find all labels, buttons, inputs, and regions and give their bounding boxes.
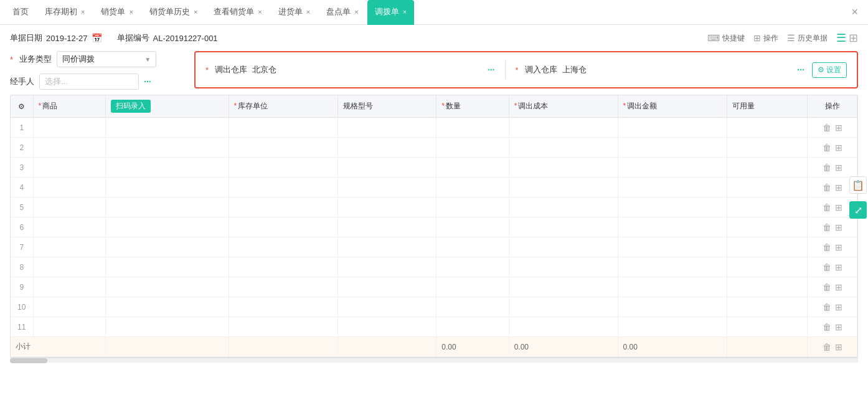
cell-product[interactable] xyxy=(33,257,105,277)
delete-icon[interactable]: 🗑 xyxy=(823,302,831,312)
subtotal-delete-icon[interactable]: 🗑 xyxy=(823,342,831,352)
copy-icon[interactable]: ⊞ xyxy=(835,143,842,153)
cell-cost[interactable] xyxy=(509,217,618,237)
biz-type-select[interactable]: 同价调拨 ▼ xyxy=(57,51,156,67)
warehouse-in-ellipsis[interactable]: ··· xyxy=(797,65,804,75)
tab-sales-history[interactable]: 销货单历史 × xyxy=(142,0,205,25)
close-sales-history[interactable]: × xyxy=(194,8,197,16)
close-transfer[interactable]: × xyxy=(403,8,407,16)
operation-button[interactable]: ⊞ 操作 xyxy=(753,33,778,44)
warehouse-out-ellipsis[interactable]: ··· xyxy=(488,65,495,75)
cell-unit[interactable] xyxy=(229,198,337,217)
cell-amount[interactable] xyxy=(618,138,727,158)
copy-icon[interactable]: ⊞ xyxy=(835,222,842,232)
delete-icon[interactable]: 🗑 xyxy=(823,202,831,212)
bottom-scrollbar[interactable] xyxy=(10,358,858,363)
handler-ellipsis[interactable]: ··· xyxy=(144,77,151,87)
cell-unit[interactable] xyxy=(229,237,337,257)
cell-cost[interactable] xyxy=(509,297,618,317)
cell-cost[interactable] xyxy=(509,237,618,257)
cell-qty[interactable] xyxy=(436,297,509,317)
tab-transfer[interactable]: 调拨单 × xyxy=(367,0,414,25)
shortcut-button[interactable]: ⌨ 快捷键 xyxy=(707,33,745,44)
tab-inventory[interactable]: 盘点单 × xyxy=(319,0,366,25)
copy-icon[interactable]: ⊞ xyxy=(835,282,842,292)
cell-cost[interactable] xyxy=(509,158,618,178)
delete-icon[interactable]: 🗑 xyxy=(823,222,831,232)
delete-icon[interactable]: 🗑 xyxy=(823,322,831,332)
note-sidebar-button[interactable]: 📋 xyxy=(849,176,867,194)
delete-icon[interactable]: 🗑 xyxy=(823,143,831,153)
close-stock-init[interactable]: × xyxy=(81,8,85,16)
copy-icon[interactable]: ⊞ xyxy=(835,202,842,212)
cell-qty[interactable] xyxy=(436,317,509,337)
tab-home[interactable]: 首页 xyxy=(5,0,36,25)
cell-product[interactable] xyxy=(33,277,105,297)
cell-unit[interactable] xyxy=(229,297,337,317)
cell-product[interactable] xyxy=(33,217,105,237)
cell-spec[interactable] xyxy=(337,297,436,317)
cell-spec[interactable] xyxy=(337,237,436,257)
warehouse-in-value[interactable]: 上海仓 xyxy=(562,64,587,75)
col-gear[interactable]: ⚙ xyxy=(11,95,33,118)
cell-amount[interactable] xyxy=(618,118,727,138)
copy-icon[interactable]: ⊞ xyxy=(835,123,842,133)
cell-unit[interactable] xyxy=(229,257,337,277)
cell-cost[interactable] xyxy=(509,178,618,198)
scrollbar-thumb[interactable] xyxy=(10,358,47,363)
cell-amount[interactable] xyxy=(618,158,727,178)
tab-sales-order[interactable]: 销货单 × xyxy=(93,0,140,25)
close-view-sales[interactable]: × xyxy=(258,8,262,16)
cell-cost[interactable] xyxy=(509,317,618,337)
cell-product[interactable] xyxy=(33,317,105,337)
cell-cost[interactable] xyxy=(509,118,618,138)
warehouse-out-value[interactable]: 北京仓 xyxy=(252,64,276,75)
delete-icon[interactable]: 🗑 xyxy=(823,163,831,173)
copy-icon[interactable]: ⊞ xyxy=(835,242,842,252)
cell-product[interactable] xyxy=(33,118,105,138)
cell-unit[interactable] xyxy=(229,317,337,337)
cell-spec[interactable] xyxy=(337,178,436,198)
settings-button[interactable]: ⚙ 设置 xyxy=(812,62,847,78)
cell-product[interactable] xyxy=(33,198,105,217)
cell-cost[interactable] xyxy=(509,138,618,158)
cell-product[interactable] xyxy=(33,138,105,158)
copy-icon[interactable]: ⊞ xyxy=(835,262,842,272)
cell-qty[interactable] xyxy=(436,237,509,257)
cell-qty[interactable] xyxy=(436,217,509,237)
cell-cost[interactable] xyxy=(509,198,618,217)
delete-icon[interactable]: 🗑 xyxy=(823,282,831,292)
cell-amount[interactable] xyxy=(618,178,727,198)
cell-amount[interactable] xyxy=(618,217,727,237)
cell-product[interactable] xyxy=(33,237,105,257)
expand-sidebar-button[interactable]: ⤢ xyxy=(849,201,867,219)
cell-spec[interactable] xyxy=(337,118,436,138)
doc-date-value[interactable]: 2019-12-27 xyxy=(46,34,88,43)
cell-product[interactable] xyxy=(33,158,105,178)
cell-spec[interactable] xyxy=(337,198,436,217)
copy-icon[interactable]: ⊞ xyxy=(835,163,842,173)
close-purchase[interactable]: × xyxy=(306,8,310,16)
cell-spec[interactable] xyxy=(337,257,436,277)
cell-qty[interactable] xyxy=(436,158,509,178)
cell-amount[interactable] xyxy=(618,317,727,337)
delete-icon[interactable]: 🗑 xyxy=(823,242,831,252)
close-inventory[interactable]: × xyxy=(354,8,358,16)
cell-product[interactable] xyxy=(33,178,105,198)
tab-view-sales[interactable]: 查看销货单 × xyxy=(206,0,269,25)
cell-qty[interactable] xyxy=(436,178,509,198)
cell-qty[interactable] xyxy=(436,198,509,217)
cell-cost[interactable] xyxy=(509,257,618,277)
cell-spec[interactable] xyxy=(337,158,436,178)
cell-amount[interactable] xyxy=(618,297,727,317)
cell-spec[interactable] xyxy=(337,138,436,158)
cell-unit[interactable] xyxy=(229,158,337,178)
cell-cost[interactable] xyxy=(509,277,618,297)
subtotal-copy-icon[interactable]: ⊞ xyxy=(835,342,842,352)
cell-amount[interactable] xyxy=(618,257,727,277)
history-button[interactable]: ☰ 历史单据 xyxy=(787,33,828,44)
cell-qty[interactable] xyxy=(436,257,509,277)
cell-qty[interactable] xyxy=(436,118,509,138)
layout-list-icon[interactable]: ☰ xyxy=(836,31,846,45)
delete-icon[interactable]: 🗑 xyxy=(823,262,831,272)
